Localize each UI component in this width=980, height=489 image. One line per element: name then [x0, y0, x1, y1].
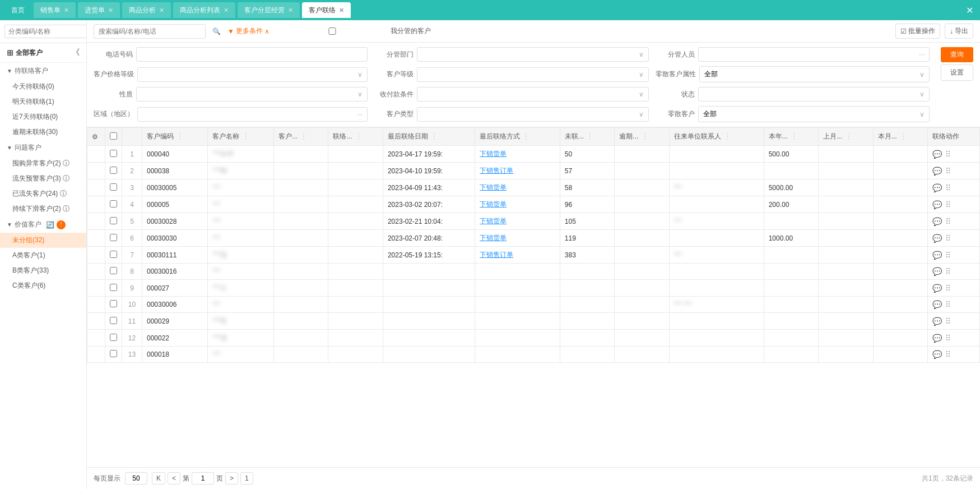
tab-customer-contact[interactable]: 客户联络 ✕: [302, 2, 351, 18]
my-customers-checkbox-label[interactable]: 我分管的客户: [276, 26, 431, 36]
tab-sales-close[interactable]: ✕: [64, 7, 69, 14]
more-icon[interactable]: ⠿: [945, 251, 951, 260]
row-last-type[interactable]: 下销售订单: [475, 163, 560, 179]
last-type-link[interactable]: 下销货单: [480, 150, 507, 158]
tab-customer-contact-close[interactable]: ✕: [339, 7, 344, 14]
row-last-type[interactable]: 下销货单: [475, 196, 560, 213]
section-problem-customers[interactable]: ▼ 问题客户: [0, 140, 86, 156]
reset-button[interactable]: 设置: [941, 64, 973, 81]
more-icon[interactable]: ⠿: [945, 317, 951, 326]
section-pending-contact[interactable]: ▼ 待联络客户: [0, 63, 86, 79]
region-select[interactable]: ···: [137, 107, 368, 122]
tab-sales[interactable]: 销售单 ✕: [34, 2, 76, 18]
row-check[interactable]: [105, 179, 122, 196]
nature-select[interactable]: ∨: [136, 87, 368, 102]
col-gear[interactable]: ⚙: [87, 128, 105, 146]
row-last-type[interactable]: 下销售订单: [475, 247, 560, 264]
row-checkbox[interactable]: [110, 150, 117, 157]
sidebar-item-ungroup[interactable]: 未分组(32): [0, 233, 86, 248]
row-last-type[interactable]: 下销货单: [475, 146, 560, 163]
more-icon[interactable]: ⠿: [945, 284, 951, 293]
row-checkbox[interactable]: [110, 251, 117, 258]
message-icon[interactable]: 💬: [932, 217, 942, 226]
message-icon[interactable]: 💬: [932, 334, 942, 343]
sidebar-item-7days[interactable]: 近7天待联络(0): [0, 109, 86, 124]
more-icon[interactable]: ⠿: [945, 167, 951, 176]
col-company-contact-header[interactable]: 往来单位联系人 ⋮: [669, 128, 764, 146]
search-input[interactable]: [94, 24, 206, 39]
row-last-type[interactable]: 下销货单: [475, 230, 560, 247]
tab-product-list-close[interactable]: ✕: [224, 7, 229, 14]
person-select[interactable]: ···: [698, 47, 930, 62]
more-icon[interactable]: ⠿: [945, 200, 951, 209]
sidebar-item-lost-warning[interactable]: 流失预警客户(3) ⓘ: [0, 171, 86, 186]
col-name-header[interactable]: 客户名称 ⋮: [208, 128, 273, 146]
col-last-month-header[interactable]: 上月... ⋮: [819, 128, 874, 146]
dept-select[interactable]: ∨: [417, 47, 648, 62]
scatter-attr-select[interactable]: 全部 ∨: [699, 66, 930, 82]
search-button[interactable]: 🔍: [212, 27, 221, 35]
message-icon[interactable]: 💬: [932, 251, 942, 260]
message-icon[interactable]: 💬: [932, 300, 942, 309]
page-size-input[interactable]: [125, 472, 147, 485]
message-icon[interactable]: 💬: [932, 183, 942, 192]
more-conditions-button[interactable]: ▼ 更多条件 ∧: [227, 26, 270, 36]
row-checkbox[interactable]: [110, 334, 117, 341]
last-type-link[interactable]: 下销货单: [480, 200, 507, 208]
more-icon[interactable]: ⠿: [945, 217, 951, 226]
current-page-input[interactable]: [192, 472, 214, 485]
row-checkbox[interactable]: [110, 217, 117, 224]
payment-select[interactable]: ∨: [417, 87, 648, 102]
sidebar-item-overdue[interactable]: 逾期未联络(30): [0, 124, 86, 140]
last-type-link[interactable]: 下销售订单: [480, 167, 513, 174]
sidebar-item-c-class[interactable]: C类客户(6): [0, 278, 86, 293]
row-checkbox[interactable]: [110, 167, 117, 174]
batch-operation-button[interactable]: ☑ 批量操作: [895, 24, 940, 39]
sidebar-item-lost[interactable]: 已流失客户(24) ⓘ: [0, 186, 86, 201]
row-check[interactable]: [105, 297, 122, 313]
row-checkbox[interactable]: [110, 200, 117, 207]
prev-page-button[interactable]: <: [168, 472, 180, 485]
last-type-link[interactable]: 下销售订单: [480, 251, 513, 259]
sidebar-all-customers[interactable]: ⊞ 全部客户 《: [0, 43, 86, 63]
last-type-link[interactable]: 下销货单: [480, 234, 507, 242]
row-check[interactable]: [105, 280, 122, 297]
message-icon[interactable]: 💬: [932, 317, 942, 326]
row-checkbox[interactable]: [110, 284, 117, 291]
check-all-checkbox[interactable]: [110, 132, 117, 140]
tab-home[interactable]: 首页: [4, 2, 31, 18]
last-page-button[interactable]: 1: [240, 472, 253, 485]
message-icon[interactable]: 💬: [932, 167, 942, 176]
row-last-type[interactable]: 下销货单: [475, 179, 560, 196]
more-icon[interactable]: ⠿: [945, 183, 951, 192]
sidebar-item-today[interactable]: 今天待联络(0): [0, 79, 86, 94]
col-type-header[interactable]: 客户... ⋮: [273, 128, 328, 146]
last-type-link[interactable]: 下销货单: [480, 217, 507, 225]
sidebar-item-declining[interactable]: 持续下滑客户(2) ⓘ: [0, 201, 86, 216]
message-icon[interactable]: 💬: [932, 234, 942, 243]
col-overdue-header[interactable]: 逾期... ⋮: [615, 128, 670, 146]
first-page-button[interactable]: K: [152, 472, 165, 485]
scatter-select[interactable]: 全部 ∨: [698, 106, 930, 122]
row-check[interactable]: [105, 196, 122, 213]
row-check[interactable]: [105, 146, 122, 163]
next-page-button[interactable]: >: [225, 472, 238, 485]
message-icon[interactable]: 💬: [932, 267, 942, 276]
tab-purchase[interactable]: 进货单 ✕: [78, 2, 120, 18]
more-icon[interactable]: ⠿: [945, 350, 951, 359]
collapse-icon[interactable]: 《: [72, 48, 80, 58]
message-icon[interactable]: 💬: [932, 200, 942, 209]
col-contact-header[interactable]: 联络... ⋮: [328, 128, 383, 146]
row-last-type[interactable]: 下销货单: [475, 213, 560, 230]
row-checkbox[interactable]: [110, 267, 117, 274]
sidebar-item-tomorrow[interactable]: 明天待联络(1): [0, 94, 86, 109]
col-last-date-header[interactable]: 最后联络日期 ⋮: [383, 128, 475, 146]
window-close-button[interactable]: ✕: [964, 3, 976, 18]
sidebar-item-abnormal[interactable]: 囤购异常客户(2) ⓘ: [0, 156, 86, 171]
sidebar-search-input[interactable]: [4, 25, 87, 38]
status-select[interactable]: ∨: [698, 87, 930, 102]
more-icon[interactable]: ⠿: [945, 300, 951, 309]
col-this-month-header[interactable]: 本月... ⋮: [873, 128, 928, 146]
query-button[interactable]: 查询: [941, 47, 973, 62]
sidebar-item-a-class[interactable]: A类客户(1): [0, 248, 86, 263]
